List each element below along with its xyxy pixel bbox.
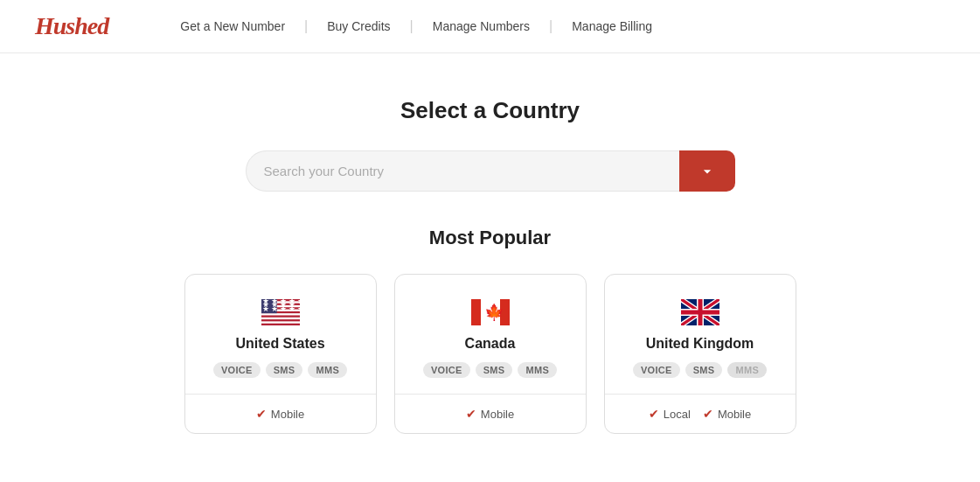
page-title: Select a Country: [400, 97, 580, 124]
ca-badge-mms: MMS: [518, 362, 557, 378]
country-card-ca[interactable]: 🍁 Canada VOICE SMS MMS ✔ Mobile: [394, 274, 587, 434]
svg-rect-6: [261, 321, 300, 323]
uk-badge-voice: VOICE: [633, 362, 680, 378]
ca-check-icon: ✔: [466, 407, 476, 421]
svg-rect-23: [681, 311, 719, 315]
svg-text:🍁: 🍁: [484, 303, 504, 322]
country-card-uk[interactable]: United Kingdom VOICE SMS MMS ✔ Local ✔ M…: [604, 274, 796, 434]
nav-buy-credits[interactable]: Buy Credits: [308, 19, 409, 33]
card-top-us: ★★★★★ ★★★★ ★★★★★ United States VOICE SMS…: [185, 275, 376, 394]
nav-get-new-number[interactable]: Get a New Number: [161, 19, 304, 33]
us-country-name: United States: [235, 336, 324, 352]
ca-badge-sms: SMS: [476, 362, 513, 378]
chevron-down-icon: [699, 163, 716, 180]
uk-badge-mms: MMS: [727, 362, 767, 378]
nav-manage-billing[interactable]: Manage Billing: [553, 19, 671, 33]
ca-flag-icon: 🍁: [471, 299, 510, 325]
svg-rect-5: [261, 318, 300, 319]
us-badge-mms: MMS: [308, 362, 347, 378]
main-content: Select a Country Most Popular: [0, 53, 980, 469]
uk-country-name: United Kingdom: [646, 336, 754, 352]
ca-mobile-label: ✔ Mobile: [466, 407, 514, 421]
uk-badge-sms: SMS: [685, 362, 723, 378]
uk-card-bottom: ✔ Local ✔ Mobile: [605, 394, 796, 433]
nav-manage-numbers[interactable]: Manage Numbers: [414, 19, 549, 33]
main-nav: Get a New Number | Buy Credits | Manage …: [161, 18, 671, 34]
us-badges: VOICE SMS MMS: [213, 362, 347, 378]
uk-mobile-label: ✔ Mobile: [703, 407, 751, 421]
card-top-ca: 🍁 Canada VOICE SMS MMS: [395, 275, 586, 394]
ca-badge-voice: VOICE: [423, 362, 470, 378]
svg-text:★★★★★: ★★★★★: [262, 299, 300, 305]
us-card-bottom: ✔ Mobile: [185, 394, 376, 433]
ca-badges: VOICE SMS MMS: [423, 362, 557, 378]
us-check-icon: ✔: [256, 407, 267, 421]
uk-local-check-icon: ✔: [649, 407, 659, 421]
ca-card-bottom: ✔ Mobile: [395, 394, 586, 433]
uk-local-label: ✔ Local: [649, 407, 691, 421]
uk-mobile-check-icon: ✔: [703, 407, 713, 421]
svg-rect-4: [261, 313, 300, 315]
ca-country-name: Canada: [465, 336, 516, 352]
uk-badges: VOICE SMS MMS: [633, 362, 767, 378]
popular-section-title: Most Popular: [429, 227, 551, 249]
us-badge-voice: VOICE: [213, 362, 261, 378]
us-badge-sms: SMS: [266, 362, 303, 378]
card-top-uk: United Kingdom VOICE SMS MMS: [605, 275, 796, 394]
search-container: [246, 150, 735, 192]
uk-flag-icon: [681, 299, 719, 325]
us-mobile-label: ✔ Mobile: [256, 407, 304, 421]
search-dropdown-button[interactable]: [679, 150, 735, 192]
search-input[interactable]: [246, 150, 679, 192]
country-cards: ★★★★★ ★★★★ ★★★★★ United States VOICE SMS…: [184, 274, 796, 434]
header: Hushed Get a New Number | Buy Credits | …: [0, 0, 980, 53]
logo[interactable]: Hushed: [35, 12, 108, 40]
country-card-us[interactable]: ★★★★★ ★★★★ ★★★★★ United States VOICE SMS…: [184, 274, 377, 434]
svg-rect-12: [471, 299, 481, 325]
us-flag-icon: ★★★★★ ★★★★ ★★★★★: [261, 299, 300, 325]
